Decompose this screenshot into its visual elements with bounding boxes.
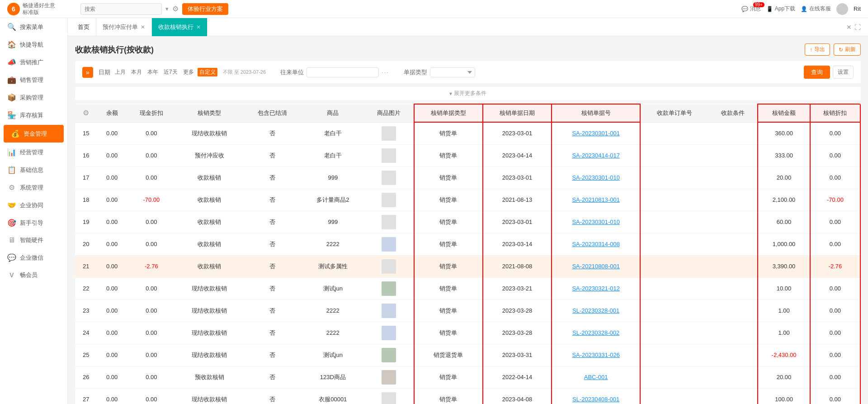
th-receipt-condition: 收款条件 [708, 104, 758, 122]
cell-verify-bill-no[interactable]: SA-20230331-026 [552, 344, 640, 366]
sidebar-label-collab: 企业协同 [20, 201, 43, 209]
gear-icon[interactable]: ⚙ [172, 5, 179, 13]
sidebar-item-weixin[interactable]: 💬 企业微信 [0, 249, 67, 266]
bill-type-select[interactable] [430, 67, 475, 77]
dropdown-icon[interactable]: ▾ [165, 5, 169, 12]
cell-verify-type: 现结收款核销 [176, 322, 243, 344]
cell-verify-bill-no[interactable]: SA-20230414-017 [552, 144, 640, 166]
tab-maximize-icon[interactable]: ⛶ [854, 24, 861, 31]
export-icon: ↑ [810, 47, 812, 53]
cell-include-cleared: 否 [243, 144, 301, 166]
date-link-this-year[interactable]: 本年 [146, 68, 160, 76]
cell-include-cleared: 否 [243, 366, 301, 388]
app-download-label: App下载 [775, 5, 795, 13]
sidebar-label-search: 搜索菜单 [20, 23, 43, 31]
phone-icon: 📱 [766, 6, 773, 12]
sidebar-item-operations[interactable]: 📊 经营管理 [0, 143, 67, 161]
export-button[interactable]: ↑ 导出 [805, 43, 830, 56]
counterpart-input[interactable] [307, 67, 379, 77]
cell-verify-amount: 100.00 [758, 388, 810, 404]
cell-verify-bill-no[interactable]: SA-20210808-001 [552, 255, 640, 277]
cell-verify-bill-no[interactable]: SA-20210813-001 [552, 189, 640, 211]
sidebar-item-hardware[interactable]: 🖥 智能硬件 [0, 232, 67, 249]
sidebar-item-marketing[interactable]: 📣 营销推广 [0, 53, 67, 71]
sidebar-item-guide[interactable]: 🎯 新手引导 [0, 214, 67, 232]
page-content: 收款核销执行(按收款) ↑ 导出 ↻ 刷新 » 日期 [68, 36, 868, 404]
cell-verify-bill-no[interactable]: SL-20230408-001 [552, 388, 640, 404]
goods-image [382, 171, 396, 185]
sidebar-item-purchase[interactable]: 📦 采购管理 [0, 89, 67, 106]
cell-include-cleared: 否 [243, 388, 301, 404]
expand-conditions-btn[interactable]: ▾ 展开更多条件 [449, 90, 486, 97]
message-item[interactable]: 💬 消息 99+ [741, 5, 761, 13]
sidebar-item-system[interactable]: ⚙ 系统管理 [0, 179, 67, 196]
date-link-7days[interactable]: 近7天 [162, 68, 179, 76]
sidebar-item-finance[interactable]: 💰 资金管理 [4, 125, 64, 143]
cell-verify-bill-no[interactable]: SA-20230301-010 [552, 211, 640, 233]
cell-verify-amount: 1.00 [758, 322, 810, 344]
app-download-item[interactable]: 📱 App下载 [766, 5, 795, 13]
cell-goods-image [364, 322, 414, 344]
top-search-input[interactable] [80, 3, 162, 15]
cell-verify-amount: 3,390.00 [758, 255, 810, 277]
tab-home[interactable]: 首页 [71, 18, 96, 36]
sidebar-label-marketing: 营销推广 [20, 58, 43, 67]
sidebar-item-inventory[interactable]: 🏪 库存核算 [0, 106, 67, 124]
tab-close-all-icon[interactable]: ✕ [846, 24, 852, 31]
cell-verify-type: 收款核销 [176, 166, 243, 189]
cell-goods-image [364, 255, 414, 277]
cell-include-cleared: 否 [243, 122, 301, 144]
date-link-last-month[interactable]: 上月 [113, 68, 127, 76]
industry-btn[interactable]: 体验行业方案 [182, 3, 228, 15]
goods-image [382, 126, 396, 141]
user-avatar[interactable] [836, 3, 848, 15]
sidebar-item-member[interactable]: V 畅会员 [0, 266, 67, 284]
cell-verify-bill-date: 2023-03-31 [483, 344, 552, 366]
tab-prepay[interactable]: 预付冲应付单 ✕ [96, 18, 152, 36]
date-link-custom[interactable]: 自定义 [198, 68, 217, 76]
sidebar-item-basic[interactable]: 📋 基础信息 [0, 161, 67, 179]
cell-id: 25 [75, 344, 97, 366]
date-link-this-month[interactable]: 本月 [129, 68, 144, 76]
cell-receipt-condition [708, 344, 758, 366]
search-icon: 🔍 [7, 23, 16, 31]
cell-verify-amount: 60.00 [758, 211, 810, 233]
cell-verify-bill-no[interactable]: ABC-001 [552, 366, 640, 388]
online-service-item[interactable]: 👤 在线客服 [801, 5, 831, 13]
cell-verify-bill-no[interactable]: SA-20230321-012 [552, 277, 640, 299]
cell-goods-image [364, 189, 414, 211]
query-button[interactable]: 查询 [804, 66, 830, 79]
sidebar-item-collab[interactable]: 🤝 企业协同 [0, 196, 67, 214]
top-bar: 6 畅捷通好生意标准版 ▾ ⚙ 体验行业方案 💬 消息 99+ 📱 App下载 … [0, 0, 868, 18]
sidebar-item-sales[interactable]: 💼 销售管理 [0, 71, 67, 89]
cell-verify-discount: 0.00 [810, 388, 860, 404]
cell-verify-bill-no[interactable]: SL-20230328-001 [552, 299, 640, 322]
tab-prepay-close[interactable]: ✕ [141, 24, 145, 30]
cell-verify-bill-no[interactable]: SA-20230301-001 [552, 122, 640, 144]
cell-verify-bill-no[interactable]: SL-20230328-002 [552, 322, 640, 344]
cell-goods: 老白干 [301, 122, 364, 144]
cell-verify-bill-date: 2023-03-14 [483, 233, 552, 255]
th-settings[interactable]: ⚙ [75, 104, 97, 122]
cell-verify-type: 收款核销 [176, 255, 243, 277]
cell-verify-bill-no[interactable]: SA-20230301-010 [552, 166, 640, 189]
collab-icon: 🤝 [7, 201, 16, 209]
settings-button[interactable]: 设置 [833, 66, 854, 79]
date-link-more[interactable]: 更多 [181, 68, 196, 76]
cell-id: 27 [75, 388, 97, 404]
tab-receipt-verify-close[interactable]: ✕ [196, 24, 201, 30]
cell-goods-image [364, 299, 414, 322]
sidebar-item-nav[interactable]: 🏠 快捷导航 [0, 36, 67, 53]
cell-verify-bill-date: 2023-03-21 [483, 277, 552, 299]
cell-id: 16 [75, 144, 97, 166]
cell-verify-bill-date: 2023-03-28 [483, 299, 552, 322]
refresh-button[interactable]: ↻ 刷新 [834, 43, 861, 56]
guide-icon: 🎯 [7, 219, 16, 227]
table-row: 20 0.00 0.00 收款核销 否 2222 销货单 2023-03-14 … [75, 233, 860, 255]
cell-verify-bill-no[interactable]: SA-20230314-008 [552, 233, 640, 255]
goods-image [382, 348, 396, 362]
cell-goods: 测试多属性 [301, 255, 364, 277]
tab-receipt-verify[interactable]: 收款核销执行 ✕ [152, 18, 208, 36]
filter-toggle-btn[interactable]: » [82, 67, 93, 78]
sidebar-item-search[interactable]: 🔍 搜索菜单 [0, 18, 67, 36]
